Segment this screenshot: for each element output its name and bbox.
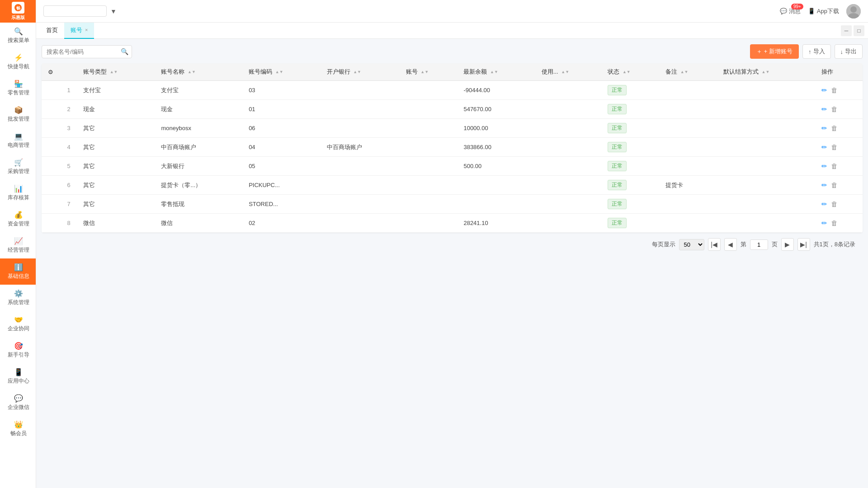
delete-button[interactable]: 🗑: [831, 162, 838, 170]
sort-arrows-account: ▲▼: [420, 70, 429, 75]
row-balance: [458, 195, 536, 214]
export-button[interactable]: ↓ 导出: [835, 44, 863, 59]
sidebar-item-purchase[interactable]: 🛒 采购管理: [0, 154, 36, 180]
sort-arrows-remark: ▲▼: [680, 70, 689, 75]
col-header-status[interactable]: 状态 ▲▼: [602, 63, 660, 81]
col-bank-label: 开户银行: [327, 68, 350, 75]
sidebar-item-inventory[interactable]: 📊 库存核算: [0, 180, 36, 206]
col-header-account[interactable]: 账号 ▲▼: [401, 63, 458, 81]
col-header-type[interactable]: 账号类型 ▲▼: [78, 63, 156, 81]
wholesale-icon: 📦: [3, 106, 34, 114]
edit-button[interactable]: ✏: [821, 219, 827, 227]
sidebar-item-quicknav[interactable]: ⚡ 快捷导航: [0, 49, 36, 75]
col-header-bank[interactable]: 开户银行 ▲▼: [321, 63, 401, 81]
sidebar-item-label: 批发管理: [8, 116, 29, 122]
col-header-settings[interactable]: ⚙: [42, 63, 60, 81]
col-header-balance[interactable]: 最新余额 ▲▼: [458, 63, 536, 81]
col-header-name[interactable]: 账号名称 ▲▼: [156, 63, 243, 81]
search-button[interactable]: 🔍: [121, 48, 128, 55]
sidebar-item-wechat[interactable]: 💬 企业微信: [0, 389, 36, 416]
col-type-label: 账号类型: [83, 68, 107, 75]
app-subtitle: 乐惠版: [11, 14, 25, 21]
delete-button[interactable]: 🗑: [831, 181, 838, 189]
sidebar-item-member[interactable]: 👑 畅会员: [0, 416, 36, 442]
tab-maximize-button[interactable]: □: [854, 25, 864, 36]
next-page-button[interactable]: ▶: [781, 238, 794, 251]
basicinfo-icon: ℹ️: [3, 263, 34, 272]
col-header-remark[interactable]: 备注 ▲▼: [660, 63, 718, 81]
sidebar-item-ecommerce[interactable]: 💻 电商管理: [0, 127, 36, 154]
sort-arrows-code: ▲▼: [275, 70, 283, 75]
edit-button[interactable]: ✏: [821, 86, 827, 94]
edit-button[interactable]: ✏: [821, 105, 827, 113]
row-name: 大新银行: [156, 157, 243, 176]
page-number-input[interactable]: [750, 239, 768, 250]
row-remark: [660, 81, 718, 100]
sidebar-item-label: 系统管理: [8, 299, 29, 305]
row-index: 5: [60, 157, 78, 176]
messages-button[interactable]: 💬 消息 99+: [780, 7, 801, 15]
sidebar-item-label: 快捷导航: [8, 63, 29, 70]
row-balance: 547670.00: [458, 100, 536, 119]
sidebar-item-label: 畅会员: [10, 430, 27, 436]
tab-close-icon[interactable]: ×: [85, 28, 88, 33]
row-settings: [42, 214, 60, 233]
account-search-input[interactable]: [42, 45, 132, 58]
top-search-input[interactable]: [43, 5, 107, 17]
delete-button[interactable]: 🗑: [831, 200, 838, 208]
row-settings: [42, 100, 60, 119]
edit-button[interactable]: ✏: [821, 124, 827, 132]
tab-home[interactable]: 首页: [40, 23, 64, 39]
col-header-usage[interactable]: 使用... ▲▼: [536, 63, 602, 81]
page-label: 第: [741, 240, 746, 249]
app-download-button[interactable]: 📱 App下载: [808, 7, 839, 15]
sidebar-item-operations[interactable]: 📈 经营管理: [0, 232, 36, 258]
edit-button[interactable]: ✏: [821, 200, 827, 208]
edit-button[interactable]: ✏: [821, 162, 827, 170]
delete-button[interactable]: 🗑: [831, 124, 838, 132]
status-badge: 正常: [608, 180, 627, 190]
last-page-button[interactable]: ▶|: [797, 238, 810, 251]
sidebar-item-retail[interactable]: 🏪 零售管理: [0, 75, 36, 101]
edit-button[interactable]: ✏: [821, 143, 827, 151]
sidebar-item-guide[interactable]: 🎯 新手引导: [0, 337, 36, 363]
table-row: 6 其它 提货卡（零...） PICKUPC... 正常 提货卡 ✏ 🗑: [42, 176, 863, 195]
tab-account[interactable]: 账号 ×: [64, 23, 94, 39]
import-button[interactable]: ↑ 导入: [802, 44, 831, 59]
content-area: 🔍 ＋ + 新增账号 ↑ 导入 ↓ 导出: [36, 39, 868, 488]
col-account-label: 账号: [406, 68, 418, 75]
delete-button[interactable]: 🗑: [831, 86, 838, 94]
per-page-select[interactable]: 50 20 100: [679, 239, 704, 250]
row-settle: [718, 176, 816, 195]
sidebar-item-label: 应用中心: [8, 378, 29, 384]
sidebar-item-finance[interactable]: 💰 资金管理: [0, 206, 36, 232]
import-label: 导入: [813, 47, 825, 56]
user-avatar[interactable]: [846, 4, 861, 19]
delete-button[interactable]: 🗑: [831, 219, 838, 227]
sidebar-item-search[interactable]: 🔍 搜索菜单: [0, 23, 36, 49]
status-badge: 正常: [608, 199, 627, 209]
sidebar-item-basicinfo[interactable]: ℹ️ 基础信息: [0, 258, 36, 285]
sidebar-item-appcenter[interactable]: 📱 应用中心: [0, 363, 36, 389]
sidebar-item-system[interactable]: ⚙️ 系统管理: [0, 285, 36, 311]
delete-button[interactable]: 🗑: [831, 105, 838, 113]
col-status-label: 状态: [608, 68, 619, 75]
sidebar-item-wholesale[interactable]: 📦 批发管理: [0, 101, 36, 127]
tab-account-label: 账号: [71, 26, 82, 34]
edit-button[interactable]: ✏: [821, 181, 827, 189]
add-account-button[interactable]: ＋ + 新增账号: [750, 44, 799, 59]
col-header-settle[interactable]: 默认结算方式 ▲▼: [718, 63, 816, 81]
row-type: 现金: [78, 100, 156, 119]
prev-page-button[interactable]: ◀: [724, 238, 737, 251]
message-badge: 99+: [791, 4, 803, 9]
sidebar-item-enterprise[interactable]: 🤝 企业协同: [0, 311, 36, 337]
dropdown-button[interactable]: ▼: [110, 8, 117, 15]
row-bank: [321, 100, 401, 119]
tab-minimize-button[interactable]: ─: [841, 25, 852, 36]
first-page-button[interactable]: |◀: [708, 238, 721, 251]
row-actions: ✏ 🗑: [816, 214, 863, 233]
row-account: [401, 176, 458, 195]
col-header-code[interactable]: 账号编码 ▲▼: [243, 63, 321, 81]
delete-button[interactable]: 🗑: [831, 143, 838, 151]
row-name: 零售抵现: [156, 195, 243, 214]
